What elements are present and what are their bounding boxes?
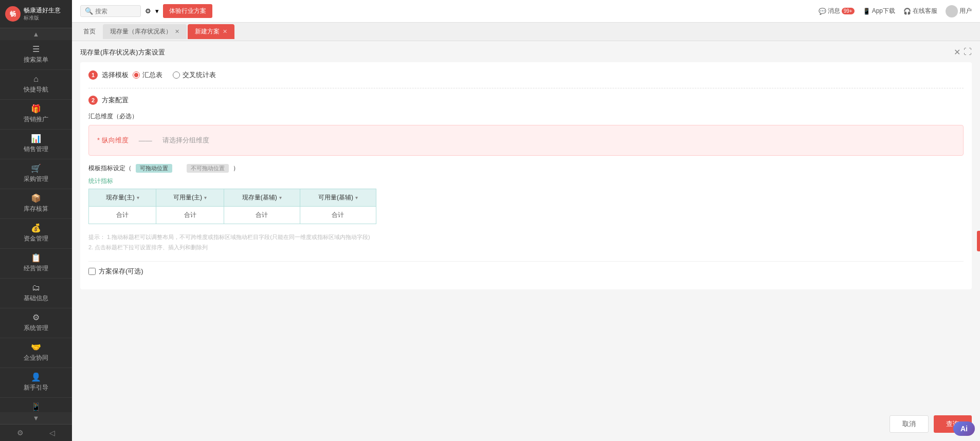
draggable-badge: 可拖动位置 — [136, 164, 172, 173]
sidebar-item-newbie[interactable]: 👤 新手引导 — [0, 368, 72, 398]
save-label: 方案保存(可选) — [99, 267, 143, 276]
sidebar-item-marketing[interactable]: 🎁 营销推广 — [0, 100, 72, 130]
online-service-item[interactable]: 🎧 在线客服 — [903, 7, 937, 15]
sidebar-item-system[interactable]: ⚙ 系统管理 — [0, 308, 72, 338]
save-checkbox[interactable] — [88, 268, 96, 275]
user-item[interactable]: 用户 — [946, 5, 972, 17]
clipboard-icon: 📋 — [31, 254, 41, 262]
table-header-col3[interactable]: 现存量(基辅) ▾ — [224, 189, 300, 207]
gift-icon: 🎁 — [31, 105, 41, 113]
app-download-item[interactable]: 📱 App下载 — [863, 7, 895, 15]
sidebar-item-quick-nav[interactable]: ⌂ 快捷导航 — [0, 70, 72, 100]
handshake-icon: 🤝 — [31, 343, 41, 352]
sidebar-item-search-menu[interactable]: ☰ 搜索菜单 — [0, 40, 72, 70]
radio-cross-input[interactable] — [173, 71, 180, 79]
radio-cross-label: 交叉统计表 — [183, 70, 216, 80]
table-cell-col3: 合计 — [224, 207, 300, 224]
step2-title: 方案配置 — [102, 96, 129, 105]
sidebar-logo: 畅 畅康通好生意 标准版 — [0, 0, 72, 28]
radio-summary[interactable]: 汇总表 — [133, 70, 162, 80]
tabbar: 首页 现存量（库存状况表） ✕ 新建方案 ✕ — [72, 23, 980, 41]
stats-section-label: 统计指标 — [88, 177, 964, 186]
sidebar-item-label: 资金管理 — [24, 234, 48, 243]
box-icon: 📦 — [31, 194, 41, 203]
radio-summary-input[interactable] — [133, 71, 140, 79]
ai-badge[interactable]: Ai — [953, 421, 975, 436]
chevron-col3: ▾ — [279, 195, 282, 200]
sidebar-item-finance[interactable]: 💰 资金管理 — [0, 219, 72, 249]
table-cell-col2: 合计 — [156, 207, 224, 224]
chevron-col1: ▾ — [137, 195, 139, 200]
message-badge: 99+ — [842, 8, 855, 14]
dimension-required-area: * 纵向维度 —— 请选择分组维度 — [88, 125, 964, 156]
indicator-label-text: 模板指标设定（ — [88, 164, 132, 173]
indicator-label-end2: ） — [233, 164, 239, 173]
radio-cross[interactable]: 交叉统计表 — [173, 70, 216, 80]
template-radio-group: 汇总表 交叉统计表 — [133, 70, 216, 80]
tab-inventory-label: 现存量（库存状况表） — [110, 27, 172, 36]
sound-icon[interactable]: ◁ — [49, 429, 55, 437]
close-panel-btn[interactable]: ✕ — [954, 47, 960, 57]
sidebar: 畅 畅康通好生意 标准版 ▲ ☰ 搜索菜单 ⌂ 快捷导航 🎁 营销推广 📊 销售… — [0, 0, 72, 441]
sidebar-item-label: 快捷导航 — [24, 85, 48, 94]
table-header-col2[interactable]: 可用量(主) ▾ — [156, 189, 224, 207]
settings-bottom-icon[interactable]: ⚙ — [17, 429, 24, 437]
settings-card: 1 选择模板 汇总表 交叉统计表 — [80, 62, 972, 289]
sidebar-scroll-down[interactable]: ▼ — [0, 412, 72, 424]
tab-new-plan-close[interactable]: ✕ — [223, 28, 227, 35]
topbar-search[interactable]: 🔍 — [80, 5, 141, 17]
chevron-col4: ▾ — [355, 195, 358, 200]
search-input[interactable] — [95, 8, 136, 15]
step1-title: 选择模板 — [102, 70, 129, 80]
table-row: 合计 合计 合计 合计 — [89, 207, 376, 224]
chevron-col2: ▾ — [204, 195, 207, 200]
table-header-col4[interactable]: 可用量(基辅) ▾ — [300, 189, 376, 207]
tab-inventory-status[interactable]: 现存量（库存状况表） ✕ — [103, 24, 187, 39]
tab-new-plan[interactable]: 新建方案 ✕ — [188, 24, 234, 39]
sidebar-item-basic[interactable]: 🗂 基础信息 — [0, 279, 72, 308]
folder-icon: 🗂 — [32, 284, 40, 292]
sidebar-item-label: 营销推广 — [24, 115, 48, 124]
topbar-right: 💬 消息 99+ 📱 App下载 🎧 在线客服 用户 — [819, 5, 972, 17]
sidebar-scroll-up[interactable]: ▲ — [0, 28, 72, 40]
settings-icon[interactable]: ⚙ — [145, 7, 151, 15]
sidebar-item-app-center[interactable]: 📱 应用中心 — [0, 398, 72, 412]
save-section: 方案保存(可选) — [88, 261, 964, 281]
step1-header: 1 选择模板 汇总表 交叉统计表 — [88, 70, 964, 80]
topbar-left: 🔍 ⚙ ▾ 体验行业方案 — [80, 4, 212, 18]
table-header-col1[interactable]: 现存量(主) ▾ — [89, 189, 156, 207]
sidebar-item-enterprise[interactable]: 🤝 企业协同 — [0, 338, 72, 368]
user-icon: 👤 — [31, 373, 41, 381]
sidebar-item-purchase[interactable]: 🛒 采购管理 — [0, 159, 72, 189]
sidebar-item-label: 销售管理 — [24, 145, 48, 154]
tab-new-plan-label: 新建方案 — [195, 27, 220, 36]
sidebar-item-label: 经营管理 — [24, 264, 48, 273]
step1-number: 1 — [88, 70, 98, 80]
page-title: 现存量(库存状况表)方案设置 — [80, 48, 165, 57]
sidebar-nav: ☰ 搜索菜单 ⌂ 快捷导航 🎁 营销推广 📊 销售管理 🛒 采购管理 📦 库存核… — [0, 40, 72, 412]
sidebar-item-inventory[interactable]: 📦 库存核算 — [0, 189, 72, 219]
app-download-label: App下载 — [872, 7, 895, 15]
tab-home[interactable]: 首页 — [77, 24, 102, 39]
main-area: 🔍 ⚙ ▾ 体验行业方案 💬 消息 99+ 📱 App下载 🎧 在线客服 — [72, 0, 980, 441]
sidebar-item-sales[interactable]: 📊 销售管理 — [0, 130, 72, 159]
cancel-button[interactable]: 取消 — [890, 415, 929, 433]
message-badge-item[interactable]: 💬 消息 99+ — [819, 7, 855, 15]
dimension-label: 汇总维度（必选） — [88, 112, 964, 121]
step1-section: 1 选择模板 汇总表 交叉统计表 — [88, 70, 964, 80]
tab-inventory-close[interactable]: ✕ — [175, 28, 179, 35]
sidebar-bottom: ⚙ ◁ — [0, 424, 72, 441]
gear-icon: ⚙ — [32, 314, 40, 322]
resize-handle[interactable] — [977, 231, 980, 251]
expand-panel-btn[interactable]: ⛶ — [964, 47, 972, 57]
panel-controls: ✕ ⛶ — [954, 47, 972, 57]
online-service-label: 在线客服 — [913, 7, 937, 15]
sidebar-item-business[interactable]: 📋 经营管理 — [0, 249, 72, 279]
sidebar-item-label: 搜索菜单 — [24, 56, 48, 64]
search-icon: 🔍 — [85, 7, 93, 15]
indicator-settings: 模板指标设定（ 可拖动位置 不可拖动位置 ） 统计指标 — [88, 164, 964, 224]
search-menu-icon: ☰ — [32, 45, 40, 53]
dropdown-icon[interactable]: ▾ — [155, 7, 159, 15]
sidebar-item-label: 库存核算 — [24, 205, 48, 213]
industry-btn[interactable]: 体验行业方案 — [163, 4, 212, 18]
